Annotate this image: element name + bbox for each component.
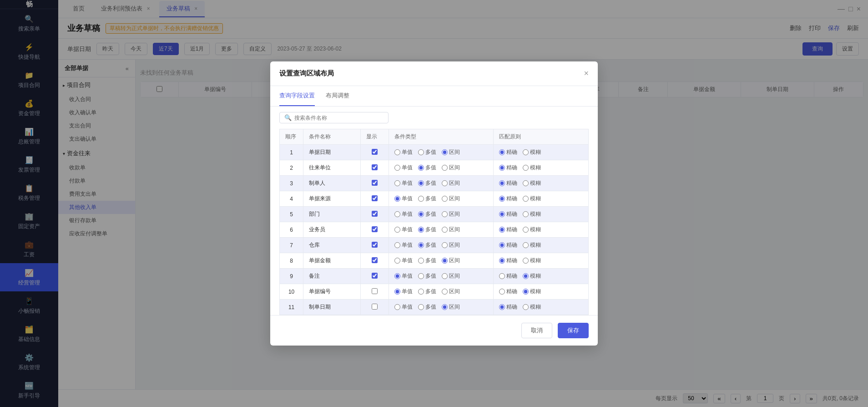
type-radio[interactable] <box>394 211 400 217</box>
show-checkbox[interactable] <box>372 288 378 294</box>
match-radio[interactable] <box>523 149 529 155</box>
type-radio-label[interactable]: 单值 <box>394 257 413 265</box>
type-radio-label[interactable]: 单值 <box>394 303 413 311</box>
match-radio-label[interactable]: 精确 <box>499 303 517 311</box>
type-radio-label[interactable]: 区间 <box>442 303 460 311</box>
type-radio-label[interactable]: 单值 <box>394 210 413 218</box>
type-radio[interactable] <box>418 242 424 248</box>
match-radio-label[interactable]: 精确 <box>499 288 517 295</box>
match-radio[interactable] <box>499 227 505 233</box>
type-radio[interactable] <box>442 289 448 295</box>
type-radio-label[interactable]: 多值 <box>418 164 436 172</box>
type-radio-label[interactable]: 区间 <box>442 272 460 280</box>
match-radio-label[interactable]: 模糊 <box>523 195 541 203</box>
match-radio[interactable] <box>499 289 505 295</box>
type-radio-label[interactable]: 单值 <box>394 226 413 234</box>
match-radio-label[interactable]: 模糊 <box>523 210 541 218</box>
type-radio[interactable] <box>442 149 448 155</box>
match-radio-label[interactable]: 模糊 <box>523 272 541 280</box>
match-radio[interactable] <box>523 196 529 202</box>
match-radio-label[interactable]: 模糊 <box>523 226 541 234</box>
type-radio[interactable] <box>394 196 400 202</box>
show-checkbox[interactable] <box>372 180 378 186</box>
cancel-button[interactable]: 取消 <box>521 323 552 338</box>
match-radio[interactable] <box>499 258 505 264</box>
type-radio-label[interactable]: 多值 <box>418 210 436 218</box>
type-radio[interactable] <box>418 196 424 202</box>
show-checkbox[interactable] <box>372 257 378 263</box>
match-radio[interactable] <box>499 196 505 202</box>
type-radio[interactable] <box>442 196 448 202</box>
match-radio[interactable] <box>523 211 529 217</box>
type-radio-label[interactable]: 单值 <box>394 179 413 187</box>
type-radio[interactable] <box>418 149 424 155</box>
match-radio[interactable] <box>523 304 529 310</box>
match-radio-label[interactable]: 精确 <box>499 257 517 265</box>
type-radio-label[interactable]: 区间 <box>442 257 460 265</box>
match-radio-label[interactable]: 模糊 <box>523 303 541 311</box>
match-radio[interactable] <box>523 289 529 295</box>
match-radio-label[interactable]: 模糊 <box>523 164 541 172</box>
type-radio[interactable] <box>418 304 424 310</box>
type-radio[interactable] <box>442 165 448 171</box>
type-radio[interactable] <box>394 273 400 279</box>
type-radio-label[interactable]: 多值 <box>418 288 436 295</box>
type-radio-label[interactable]: 单值 <box>394 195 413 203</box>
type-radio-label[interactable]: 区间 <box>442 210 460 218</box>
match-radio-label[interactable]: 模糊 <box>523 241 541 249</box>
type-radio[interactable] <box>394 289 400 295</box>
match-radio-label[interactable]: 精确 <box>499 148 517 156</box>
type-radio-label[interactable]: 区间 <box>442 241 460 249</box>
match-radio[interactable] <box>523 242 529 248</box>
type-radio-label[interactable]: 单值 <box>394 288 413 295</box>
match-radio-label[interactable]: 模糊 <box>523 288 541 295</box>
match-radio-label[interactable]: 精确 <box>499 179 517 187</box>
type-radio[interactable] <box>418 258 424 264</box>
tab-query-fields[interactable]: 查询字段设置 <box>279 86 315 106</box>
tab-layout[interactable]: 布局调整 <box>326 86 349 106</box>
match-radio-label[interactable]: 精确 <box>499 272 517 280</box>
match-radio-label[interactable]: 精确 <box>499 210 517 218</box>
type-radio-label[interactable]: 多值 <box>418 241 436 249</box>
match-radio[interactable] <box>499 242 505 248</box>
match-radio[interactable] <box>523 258 529 264</box>
dialog-save-button[interactable]: 保存 <box>558 323 589 338</box>
match-radio[interactable] <box>523 165 529 171</box>
show-checkbox[interactable] <box>372 242 378 248</box>
show-checkbox[interactable] <box>372 304 378 310</box>
type-radio[interactable] <box>442 211 448 217</box>
type-radio[interactable] <box>394 149 400 155</box>
type-radio[interactable] <box>394 258 400 264</box>
type-radio-label[interactable]: 多值 <box>418 257 436 265</box>
match-radio-label[interactable]: 精确 <box>499 164 517 172</box>
match-radio[interactable] <box>523 180 529 186</box>
condition-search-input[interactable] <box>294 115 384 121</box>
type-radio[interactable] <box>394 242 400 248</box>
show-checkbox[interactable] <box>372 195 378 201</box>
type-radio[interactable] <box>394 165 400 171</box>
type-radio[interactable] <box>418 165 424 171</box>
match-radio[interactable] <box>499 165 505 171</box>
type-radio-label[interactable]: 区间 <box>442 226 460 234</box>
match-radio[interactable] <box>523 227 529 233</box>
type-radio-label[interactable]: 多值 <box>418 179 436 187</box>
type-radio-label[interactable]: 单值 <box>394 241 413 249</box>
type-radio-label[interactable]: 区间 <box>442 288 460 295</box>
type-radio-label[interactable]: 多值 <box>418 226 436 234</box>
type-radio[interactable] <box>418 273 424 279</box>
type-radio[interactable] <box>442 227 448 233</box>
match-radio[interactable] <box>523 273 529 279</box>
type-radio[interactable] <box>442 304 448 310</box>
type-radio-label[interactable]: 单值 <box>394 164 413 172</box>
show-checkbox[interactable] <box>372 226 378 232</box>
type-radio[interactable] <box>418 211 424 217</box>
type-radio-label[interactable]: 单值 <box>394 272 413 280</box>
type-radio-label[interactable]: 多值 <box>418 272 436 280</box>
match-radio[interactable] <box>499 180 505 186</box>
type-radio-label[interactable]: 区间 <box>442 195 460 203</box>
show-checkbox[interactable] <box>372 211 378 217</box>
match-radio-label[interactable]: 模糊 <box>523 148 541 156</box>
type-radio[interactable] <box>442 180 448 186</box>
type-radio[interactable] <box>442 242 448 248</box>
type-radio[interactable] <box>418 180 424 186</box>
